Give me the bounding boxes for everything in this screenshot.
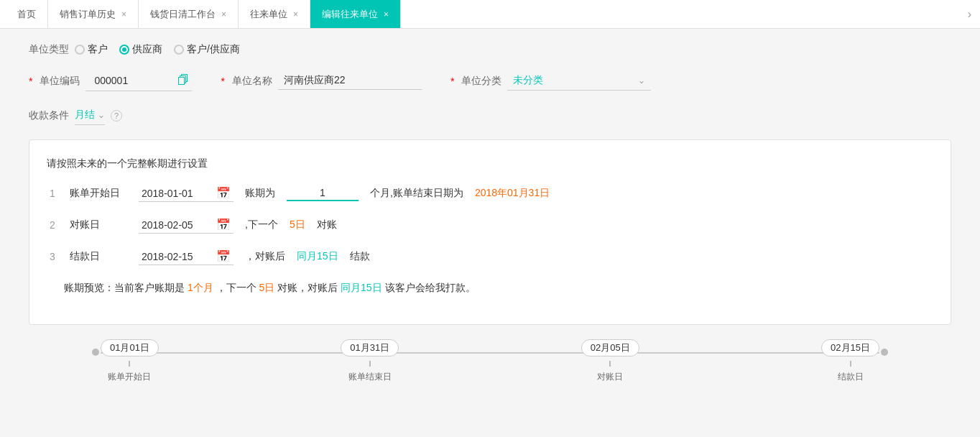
unit-category-required: *: [450, 75, 454, 87]
period-end-date-1: 2018年01月31日: [475, 187, 550, 200]
timeline-sub-3: 对账日: [597, 371, 623, 383]
timeline-tick-1: [129, 361, 130, 367]
radio-supplier-circle: [119, 45, 129, 55]
period-suffix-2a: ,下一个: [245, 218, 278, 231]
tab-partner-units-close[interactable]: ×: [293, 9, 298, 19]
unit-name-required: *: [221, 75, 224, 87]
tab-bar: 首页 销售订单历史 × 钱货日清工作台 × 往来单位 × 编辑往来单位 × ›: [0, 0, 980, 29]
period-calendar-icon-3[interactable]: 📅: [216, 249, 231, 263]
period-row-3: 3 结款日 📅 ，对账后 同月15日 结款: [47, 248, 933, 265]
period-calendar-icon-2[interactable]: 📅: [216, 218, 231, 231]
tab-sales-history[interactable]: 销售订单历史 ×: [48, 0, 139, 28]
timeline-label-4: 02月15日: [821, 339, 879, 356]
preview-section: 账期预览：当前客户账期是 1个月 ，下一个 5日 对账，对账后 同月15日 该客…: [47, 280, 933, 307]
preview-text: 账期预览：当前客户账期是 1个月 ，下一个 5日 对账，对账后 同月15日 该客…: [64, 282, 476, 293]
period-date-3: 📅: [139, 248, 234, 265]
tab-cash-workbench-close[interactable]: ×: [221, 9, 226, 19]
payment-terms-help[interactable]: ?: [111, 110, 122, 121]
tab-expand-button[interactable]: ›: [959, 0, 980, 28]
unit-type-row: 单位类型 客户 供应商 客户/供应商: [29, 43, 951, 56]
period-label-3: 结款日: [70, 250, 127, 263]
tab-edit-partner-close[interactable]: ×: [384, 9, 389, 19]
radio-customer-supplier-label: 客户/供应商: [187, 43, 240, 56]
period-date-input-2[interactable]: [142, 219, 213, 231]
unit-category-group: * 单位分类 未分类 ⌄: [450, 71, 651, 91]
period-date-1: 📅: [139, 185, 234, 202]
payment-terms-select[interactable]: 月结 ⌄: [75, 106, 105, 125]
timeline-point-3: 02月05日 对账日: [581, 339, 639, 383]
period-label-2: 对账日: [70, 218, 127, 231]
timeline-tick-4: [850, 361, 851, 367]
period-settings-card: 请按照未来的一个完整帐期进行设置 1 账单开始日 📅 账期为 个月,账单结束日期…: [29, 139, 951, 325]
payment-terms-group: 收款条件 月结 ⌄ ?: [29, 106, 122, 125]
payment-terms-value: 月结: [75, 109, 95, 121]
unit-code-group: * 单位编码 🗍: [29, 70, 192, 91]
period-mid-text-1: 账期为: [245, 187, 275, 200]
payment-terms-row: 收款条件 月结 ⌄ ?: [29, 106, 951, 125]
radio-customer[interactable]: 客户: [75, 43, 108, 56]
preview-part3: 同月15日: [341, 282, 382, 293]
main-content: 单位类型 客户 供应商 客户/供应商 * 单位编码: [0, 29, 980, 437]
radio-customer-supplier-circle: [174, 45, 184, 55]
radio-customer-label: 客户: [88, 43, 108, 56]
timeline-points: 01月01日 账单开始日 01月31日 账单结束日 02月05日 对账日: [57, 339, 923, 383]
period-num-3: 3: [47, 251, 58, 262]
tab-partner-units[interactable]: 往来单位 ×: [239, 0, 310, 28]
unit-category-arrow: ⌄: [638, 75, 645, 86]
preview-part1: 1个月: [188, 282, 213, 293]
period-suffix-3a: ，对账后: [245, 250, 285, 263]
timeline-label-3: 02月05日: [581, 339, 639, 356]
preview-mid2: 对账，对账后: [277, 282, 338, 293]
period-card-title: 请按照未来的一个完整帐期进行设置: [47, 157, 933, 170]
radio-customer-circle: [75, 45, 85, 55]
period-highlight-2: 5日: [290, 218, 305, 231]
unit-code-required: *: [29, 75, 32, 87]
timeline-point-4: 02月15日 结款日: [821, 339, 879, 383]
period-date-input-1[interactable]: [142, 188, 213, 199]
tab-home[interactable]: 首页: [6, 0, 48, 28]
tab-cash-workbench[interactable]: 钱货日清工作台 ×: [139, 0, 239, 28]
timeline-label-1: 01月01日: [101, 339, 159, 356]
unit-category-value: 未分类: [513, 74, 638, 87]
tab-cash-workbench-label: 钱货日清工作台: [150, 8, 216, 21]
timeline-sub-4: 结款日: [838, 371, 864, 383]
unit-info-row: * 单位编码 🗍 * 单位名称 * 单位分类 未分类 ⌄: [29, 70, 951, 91]
tab-edit-partner[interactable]: 编辑往来单位 ×: [310, 0, 401, 28]
tab-partner-units-label: 往来单位: [250, 8, 287, 21]
timeline-tick-2: [369, 361, 371, 367]
tab-home-label: 首页: [17, 8, 36, 21]
tab-sales-history-label: 销售订单历史: [60, 8, 116, 21]
unit-name-label: 单位名称: [232, 75, 272, 88]
period-row-1: 1 账单开始日 📅 账期为 个月,账单结束日期为 2018年01月31日: [47, 185, 933, 202]
unit-name-input[interactable]: [278, 72, 422, 90]
tab-sales-history-close[interactable]: ×: [121, 9, 126, 19]
unit-type-label: 单位类型: [29, 43, 69, 56]
unit-category-label: 单位分类: [461, 75, 501, 88]
period-suffix-3b: 结款: [350, 250, 370, 263]
radio-supplier-label: 供应商: [132, 43, 162, 56]
period-num-1: 1: [47, 188, 58, 199]
payment-terms-label: 收款条件: [29, 109, 69, 122]
period-date-input-3[interactable]: [142, 251, 213, 262]
unit-code-input[interactable]: [88, 72, 175, 89]
unit-category-select[interactable]: 未分类 ⌄: [507, 71, 651, 91]
timeline-point-1: 01月01日 账单开始日: [101, 339, 159, 383]
unit-code-icon[interactable]: 🗍: [177, 74, 189, 87]
timeline-tick-3: [609, 361, 611, 367]
radio-supplier[interactable]: 供应商: [119, 43, 162, 56]
unit-name-group: * 单位名称: [221, 72, 421, 90]
timeline-point-2: 01月31日 账单结束日: [341, 339, 399, 383]
unit-code-input-wrapper: 🗍: [85, 70, 192, 91]
preview-part2: 5日: [259, 282, 274, 293]
radio-customer-supplier[interactable]: 客户/供应商: [174, 43, 240, 56]
timeline-sub-2: 账单结束日: [348, 371, 392, 383]
preview-mid1: ，下一个: [216, 282, 256, 293]
period-label-1: 账单开始日: [70, 187, 127, 200]
payment-terms-arrow: ⌄: [98, 110, 105, 120]
timeline-sub-1: 账单开始日: [108, 371, 151, 383]
unit-type-group: 单位类型 客户 供应商 客户/供应商: [29, 43, 240, 56]
timeline-label-2: 01月31日: [341, 339, 399, 356]
period-months-input[interactable]: [287, 185, 359, 201]
period-calendar-icon-1[interactable]: 📅: [216, 186, 231, 200]
preview-prefix: 账期预览：当前客户账期是: [64, 282, 185, 293]
